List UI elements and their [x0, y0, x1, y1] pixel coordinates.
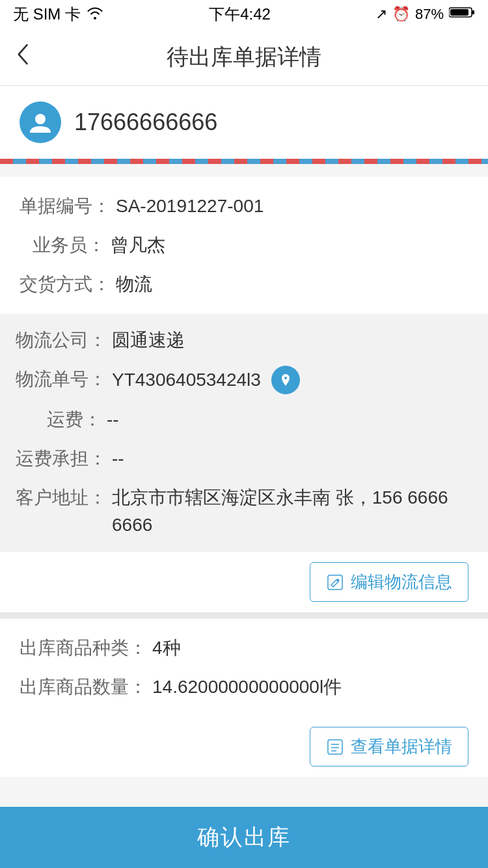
product-types-value: 4种: [152, 634, 468, 662]
wifi-icon: [86, 5, 104, 23]
status-right: ↗ ⏰ 87%: [375, 6, 475, 23]
logistics-card: 物流公司： 圆通速递 物流单号： YT43064053424l3 运费： -- …: [0, 314, 488, 552]
address-value: 北京市市辖区海淀区永丰南 张，156 6666 6666: [112, 484, 472, 539]
delivery-method-row: 交货方式： 物流: [20, 271, 468, 298]
svg-rect-5: [328, 740, 342, 754]
confirm-btn-container: 确认出库: [0, 807, 488, 868]
product-qty-value: 14.62000000000000l件: [152, 673, 468, 701]
confirm-outbound-button[interactable]: 确认出库: [197, 822, 291, 852]
product-types-row: 出库商品种类： 4种: [20, 634, 468, 662]
time-text: 下午4:42: [209, 4, 271, 25]
sales-rep-row: 业务员： 曾凡杰: [20, 232, 468, 259]
tracking-number-value: YT43064053424l3: [112, 366, 472, 394]
view-detail-btn-row: 查看单据详情: [0, 716, 488, 777]
freight-bearer-value: --: [112, 445, 472, 472]
status-bar: 无 SIM 卡 下午4:42 ↗ ⏰ 87%: [0, 0, 488, 29]
freight-bearer-label: 运费承担：: [16, 445, 112, 472]
carrier-text: 无 SIM 卡: [13, 4, 81, 25]
delivery-method-label: 交货方式：: [20, 271, 116, 298]
status-left: 无 SIM 卡: [13, 4, 104, 25]
product-types-label: 出库商品种类：: [20, 634, 152, 662]
logistics-company-value: 圆通速递: [112, 327, 472, 354]
battery-text: 87%: [415, 6, 444, 23]
delivery-method-value: 物流: [116, 271, 468, 298]
stock-info-section: 出库商品种类： 4种 出库商品数量： 14.62000000000000l件: [0, 619, 488, 716]
product-qty-row: 出库商品数量： 14.62000000000000l件: [20, 673, 468, 701]
back-button[interactable]: [16, 42, 31, 72]
dashed-divider: [0, 159, 488, 164]
nav-bar: 待出库单据详情: [0, 29, 488, 86]
edit-btn-row: 编辑物流信息: [0, 552, 488, 612]
sales-rep-value: 曾凡杰: [111, 232, 468, 259]
location-icon: ↗: [375, 6, 387, 23]
edit-logistics-label: 编辑物流信息: [351, 571, 452, 593]
view-detail-label: 查看单据详情: [351, 735, 452, 758]
order-info-section: 单据编号： SA-20191227-001 业务员： 曾凡杰 交货方式： 物流: [0, 177, 488, 314]
tracking-number-label: 物流单号：: [16, 366, 112, 393]
address-row: 客户地址： 北京市市辖区海淀区永丰南 张，156 6666 6666: [16, 484, 472, 539]
customer-phone: 17666666666: [74, 109, 217, 136]
svg-rect-1: [472, 10, 474, 14]
document-number-label: 单据编号：: [20, 193, 116, 220]
view-detail-button[interactable]: 查看单据详情: [310, 727, 468, 766]
svg-point-3: [35, 114, 46, 124]
logistics-company-row: 物流公司： 圆通速递: [16, 327, 472, 354]
alarm-icon: ⏰: [392, 6, 410, 23]
page-content: 17666666666 单据编号： SA-20191227-001 业务员： 曾…: [0, 86, 488, 868]
freight-value: --: [107, 406, 472, 433]
section-divider: [0, 612, 488, 619]
freight-bearer-row: 运费承担： --: [16, 445, 472, 472]
battery-icon: [449, 6, 475, 23]
location-pin-icon[interactable]: [271, 366, 300, 394]
edit-logistics-button[interactable]: 编辑物流信息: [310, 562, 468, 602]
customer-header: 17666666666: [0, 86, 488, 159]
avatar: [20, 102, 61, 143]
freight-label: 运费：: [16, 406, 107, 433]
address-label: 客户地址：: [16, 484, 112, 511]
freight-row: 运费： --: [16, 406, 472, 433]
page-title: 待出库单据详情: [167, 42, 321, 72]
document-number-value: SA-20191227-001: [116, 193, 468, 220]
svg-rect-2: [450, 9, 468, 16]
document-number-row: 单据编号： SA-20191227-001: [20, 193, 468, 220]
sales-rep-label: 业务员：: [20, 232, 111, 259]
svg-rect-4: [328, 575, 342, 590]
logistics-company-label: 物流公司：: [16, 327, 112, 354]
product-qty-label: 出库商品数量：: [20, 673, 152, 701]
tracking-number-row: 物流单号： YT43064053424l3: [16, 366, 472, 394]
